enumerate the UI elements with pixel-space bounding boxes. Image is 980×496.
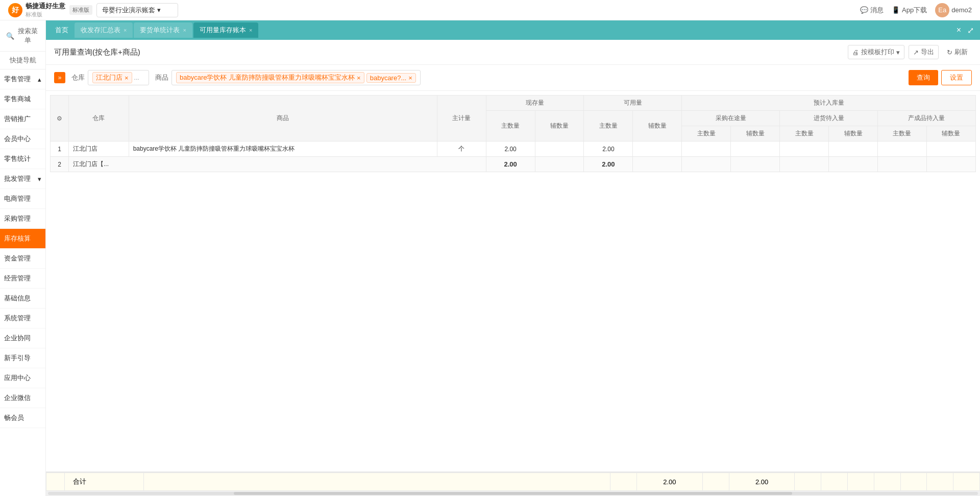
total-label: 合计 xyxy=(65,473,144,491)
sidebar-item-ecom[interactable]: 电商管理 xyxy=(0,189,45,209)
sidebar-item-system[interactable]: 系统管理 xyxy=(0,309,45,328)
col-current-stock-header: 现存量 xyxy=(486,96,584,111)
row-warehouse: 江北门店 xyxy=(69,141,129,157)
product-tag-2-remove[interactable]: × xyxy=(408,74,412,82)
tab-order-stats-label: 要货单统计表 xyxy=(140,26,180,35)
search-menu-button[interactable]: 🔍 搜索菜单 xyxy=(4,25,41,47)
warehouse-tag-value: 江北门店 xyxy=(96,73,122,82)
tab-available-stock[interactable]: 可用量库存账本 × xyxy=(193,22,258,38)
app-download-label: App下载 xyxy=(902,6,927,15)
sidebar-label-finance: 资金管理 xyxy=(4,254,31,263)
total-products-aux-empty xyxy=(953,473,980,491)
sidebar-item-operations[interactable]: 经营管理 xyxy=(0,269,45,289)
sidebar-item-appstore[interactable]: 应用中心 xyxy=(0,368,45,388)
col-avail-main-header: 主数量 xyxy=(584,111,633,141)
tab-available-stock-close[interactable]: × xyxy=(249,28,252,33)
product-tag-remove[interactable]: × xyxy=(357,74,361,82)
tab-order-stats[interactable]: 要货单统计表 × xyxy=(134,22,192,38)
row-products-main xyxy=(877,141,926,157)
sidebar-item-wholesale[interactable]: 批发管理 ▾ xyxy=(0,169,45,189)
chevron-up-icon: ▴ xyxy=(38,76,41,83)
export-icon: ↗ xyxy=(913,49,919,56)
sidebar-label-purchase: 采购管理 xyxy=(4,214,31,223)
sidebar-item-finance[interactable]: 资金管理 xyxy=(0,249,45,269)
total-empty-1 xyxy=(46,473,65,491)
subtotal-current-aux xyxy=(535,157,584,172)
warehouse-tag-remove[interactable]: × xyxy=(125,74,129,82)
refresh-button[interactable]: ↻ 刷新 xyxy=(943,45,972,59)
total-table: 合计 2.00 2.00 xyxy=(46,473,980,491)
user-menu[interactable]: Ea demo2 xyxy=(935,3,972,17)
row-incoming-aux xyxy=(829,141,878,157)
sidebar-item-marketing[interactable]: 营销推广 xyxy=(0,109,45,129)
subtotal-incoming-main xyxy=(780,157,829,172)
tag-label: 标准版 xyxy=(69,5,92,15)
sidebar-label-member: 会员中心 xyxy=(4,134,31,144)
page-content: 可用量查询(按仓库+商品) 🖨 按模板打印 ▾ ↗ 导出 ↻ xyxy=(46,40,980,496)
subtotal-products-aux xyxy=(926,157,975,172)
sidebar-search: 🔍 搜索菜单 xyxy=(0,20,45,52)
col-purchase-transit-header: 采购在途量 xyxy=(682,111,780,126)
chevron-down-icon: ▾ xyxy=(157,6,161,14)
chevron-right-icon: ▾ xyxy=(38,175,41,183)
sidebar-item-newbie[interactable]: 新手引导 xyxy=(0,348,45,368)
col-purchase-main-header: 主数量 xyxy=(682,126,731,141)
sidebar-item-vip[interactable]: 畅会员 xyxy=(0,408,45,428)
subtotal-purchase-aux xyxy=(731,157,780,172)
tab-home[interactable]: 首页 xyxy=(50,26,74,35)
horizontal-scrollbar[interactable] xyxy=(46,491,980,496)
table-row: 1 江北门店 babycare学饮杯 儿童防摔防撞吸管杯重力球吸嘴杯宝宝水杯 个… xyxy=(51,141,976,157)
total-product-empty xyxy=(144,473,610,491)
query-button[interactable]: 查询 xyxy=(909,70,938,85)
warehouse-input[interactable]: 江北门店 × ... xyxy=(88,70,149,85)
print-chevron-icon: ▾ xyxy=(896,49,900,56)
logo-text: 畅捷通好生意 标准版 xyxy=(26,2,65,18)
col-settings-header[interactable]: ⚙ xyxy=(51,96,69,141)
tab-restore-button[interactable]: ⤢ xyxy=(965,26,976,35)
sidebar-item-inventory[interactable]: 库存核算 xyxy=(0,229,45,249)
sidebar-item-wechat[interactable]: 企业微信 xyxy=(0,388,45,408)
message-button[interactable]: 💬 消息 xyxy=(860,6,884,15)
industry-selector[interactable]: 母婴行业演示账套 ▾ xyxy=(96,3,178,17)
sidebar-item-zero-stats[interactable]: 零售统计 xyxy=(0,149,45,169)
tab-close-all-button[interactable]: × xyxy=(954,26,963,35)
sidebar-item-collab[interactable]: 企业协同 xyxy=(0,328,45,348)
col-products-pending-header: 产成品待入量 xyxy=(877,111,975,126)
filter-bar: » 仓库 江北门店 × ... 商品 xyxy=(46,65,980,91)
print-button[interactable]: 🖨 按模板打印 ▾ xyxy=(848,45,904,59)
logo-icon: 好 xyxy=(8,3,22,17)
warehouse-more[interactable]: ... xyxy=(134,74,139,81)
tab-receipts[interactable]: 收发存汇总表 × xyxy=(75,22,133,38)
col-incoming-main-header: 主数量 xyxy=(780,126,829,141)
sidebar-item-basic[interactable]: 基础信息 xyxy=(0,289,45,309)
sidebar-item-zero-retail[interactable]: 零售管理 ▴ xyxy=(0,69,45,89)
product-input[interactable]: babycare学饮杯 儿童防摔防撞吸管杯重力球吸嘴杯宝宝水杯 × babyca… xyxy=(172,70,421,85)
sidebar-label-system: 系统管理 xyxy=(4,314,31,323)
industry-label: 母婴行业演示账套 xyxy=(102,6,155,15)
quick-nav-button[interactable]: 快捷导航 xyxy=(0,52,45,69)
row-purchase-main xyxy=(682,141,731,157)
filter-expand-button[interactable]: » xyxy=(54,72,65,83)
tab-order-stats-close[interactable]: × xyxy=(183,28,186,33)
main-layout: 🔍 搜索菜单 快捷导航 零售管理 ▴ 零售商城 营销推广 会员中心 零售统计 批… xyxy=(0,20,980,496)
sidebar-label-collab: 企业协同 xyxy=(4,334,31,343)
row-index: 1 xyxy=(51,141,69,157)
row-current-main: 2.00 xyxy=(486,141,535,157)
settings-button[interactable]: 设置 xyxy=(941,70,972,85)
app-download-button[interactable]: 📱 App下载 xyxy=(892,6,927,15)
scroll-thumb[interactable] xyxy=(234,492,792,495)
sidebar-item-zero-mall[interactable]: 零售商城 xyxy=(0,89,45,109)
sidebar-label-ecom: 电商管理 xyxy=(4,194,31,203)
subtotal-avail-main: 2.00 xyxy=(584,157,633,172)
export-button[interactable]: ↗ 导出 xyxy=(909,45,939,59)
table-area: ⚙ 仓库 商品 主计量 现存量 可用量 预计入库量 主数量 辅数量 xyxy=(46,91,980,471)
tab-receipts-close[interactable]: × xyxy=(124,28,127,33)
sidebar-item-member[interactable]: 会员中心 xyxy=(0,129,45,149)
sidebar-item-purchase[interactable]: 采购管理 xyxy=(0,209,45,229)
row-purchase-aux xyxy=(731,141,780,157)
total-current-main: 2.00 xyxy=(636,473,702,491)
subtotal-avail-aux xyxy=(633,157,682,172)
warehouse-tag: 江北门店 × xyxy=(92,72,132,83)
subtotal-index: 2 xyxy=(51,157,69,172)
col-current-main-header: 主数量 xyxy=(486,111,535,141)
